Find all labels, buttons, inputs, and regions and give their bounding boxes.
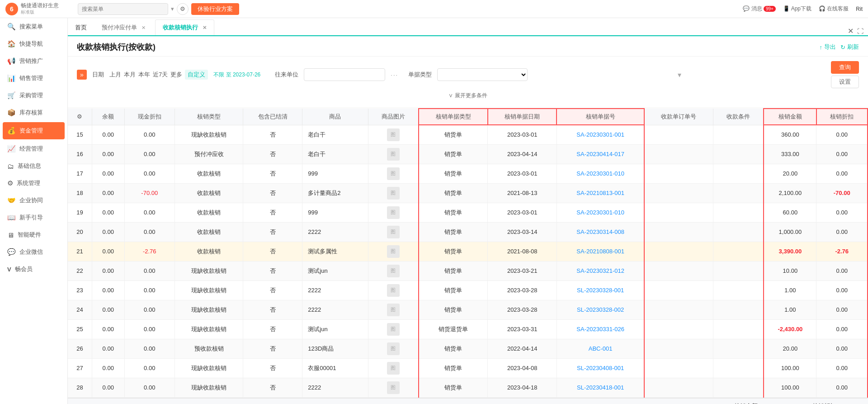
- table-row: 190.000.00收款核销否999图销货单2023-03-01SA-20230…: [68, 203, 868, 222]
- sidebar-item-basic-info[interactable]: 🗂 基础信息: [0, 157, 67, 175]
- date-this-year[interactable]: 本年: [138, 71, 150, 79]
- sidebar-item-finance[interactable]: 💰 资金管理: [3, 122, 65, 139]
- cell-receipt-order-no: [644, 242, 713, 261]
- cell-writeoff-amount: 100.00: [764, 378, 816, 397]
- cell-product: 多计量商品2: [302, 183, 368, 203]
- expand-more-button[interactable]: ∨ 展开更多条件: [77, 90, 859, 101]
- tab-prepay-close-icon[interactable]: ✕: [142, 25, 146, 31]
- cell-writeoff-amount: 20.00: [764, 164, 816, 183]
- cell-writeoff-bill-no: SL-20230418-001: [557, 378, 644, 397]
- sidebar-item-sales[interactable]: 📊 销售管理: [0, 70, 67, 87]
- settings-icon[interactable]: ⚙: [177, 3, 189, 15]
- sidebar-item-vip[interactable]: V 畅会员: [0, 261, 67, 278]
- sidebar-item-search[interactable]: 🔍 搜索菜单: [0, 18, 67, 35]
- cell-receipt-condition: [713, 319, 764, 339]
- cell-no: 20: [68, 222, 92, 242]
- cell-writeoff-discount: 0.00: [816, 300, 868, 319]
- writeoff-bill-no-link[interactable]: ABC-001: [589, 345, 613, 352]
- cell-writeoff-discount: 0.00: [816, 319, 868, 339]
- date-last-month[interactable]: 上月: [109, 71, 121, 79]
- table-row: 210.00-2.76收款核销否测试多属性图销货单2021-08-08SA-20…: [68, 242, 868, 261]
- writeoff-bill-no-link[interactable]: SA-20210813-001: [576, 190, 624, 196]
- sidebar-item-collaboration[interactable]: 🤝 企业协同: [0, 192, 67, 209]
- online-service-link[interactable]: 🎧 在线客服: [819, 5, 849, 13]
- app-download-link[interactable]: 📱 App下载: [783, 5, 811, 13]
- query-button[interactable]: 查询: [831, 61, 859, 74]
- tab-writeoff-close-icon[interactable]: ✕: [203, 25, 207, 31]
- industry-solution-button[interactable]: 休验行业方案: [191, 3, 239, 15]
- logo-text: 畅捷通谱好生意: [21, 2, 59, 10]
- dropdown-arrow-icon[interactable]: ▾: [171, 5, 174, 12]
- cell-product: 2222: [302, 300, 368, 319]
- cell-writeoff-date: 2023-03-31: [488, 319, 557, 339]
- sidebar-item-wechat[interactable]: 💬 企业微信: [0, 243, 67, 261]
- tab-prepay[interactable]: 预付冲应付单 ✕: [94, 19, 153, 35]
- writeoff-bill-no-link[interactable]: SL-20230408-001: [577, 365, 624, 371]
- cell-writeoff-type: 现缺收款核销: [175, 125, 243, 144]
- writeoff-bill-no-link[interactable]: SA-20230314-008: [576, 228, 624, 235]
- cell-writeoff-bill-no: SA-20230301-010: [557, 164, 644, 183]
- col-writeoff-discount-header: 核销折扣: [816, 109, 868, 125]
- sidebar-item-marketing[interactable]: 📢 营销推广: [0, 52, 67, 70]
- filter-row: » 日期 上月 本月 本年 近7天 更多 自定义 不限 至 2023-07-26…: [77, 61, 859, 88]
- sidebar-item-hardware[interactable]: 🖥 智能硬件: [0, 226, 67, 243]
- writeoff-bill-no-link[interactable]: SA-20230301-010: [576, 170, 624, 177]
- cell-include-closed: 否: [243, 203, 302, 222]
- hardware-icon: 🖥: [7, 231, 14, 239]
- col-settings-header[interactable]: ⚙: [68, 109, 92, 125]
- expand-filter-button[interactable]: »: [77, 70, 87, 80]
- writeoff-bill-no-link[interactable]: SA-20230301-010: [576, 209, 624, 216]
- col-product-img-header: 商品图片: [368, 109, 419, 125]
- purchase-icon: 🛒: [7, 91, 16, 100]
- message-icon[interactable]: 💬 消息 99+: [743, 5, 776, 13]
- cell-writeoff-type: 收款核销: [175, 164, 243, 183]
- writeoff-bill-no-link[interactable]: SA-20230301-001: [576, 131, 624, 138]
- cell-product: 老白干: [302, 144, 368, 164]
- window-close-icon[interactable]: ✕: [848, 27, 854, 35]
- col-product-header: 商品: [302, 109, 368, 125]
- sidebar-item-inventory[interactable]: 📦 库存核算: [0, 104, 67, 121]
- cell-receipt-order-no: [644, 144, 713, 164]
- user-name[interactable]: Rit: [856, 6, 863, 12]
- writeoff-bill-no-link[interactable]: SL-20230328-001: [577, 287, 624, 294]
- cell-writeoff-type: 现缺收款核销: [175, 319, 243, 339]
- cell-writeoff-discount: 0.00: [816, 222, 868, 242]
- cell-writeoff-bill-no: SA-20230301-001: [557, 125, 644, 144]
- search-input[interactable]: [78, 3, 168, 15]
- tab-home[interactable]: 首页: [68, 20, 94, 35]
- writeoff-bill-no-link[interactable]: SL-20230328-002: [577, 306, 624, 313]
- collaboration-icon: 🤝: [7, 196, 16, 204]
- window-maximize-icon[interactable]: ⛶: [857, 28, 863, 35]
- refresh-button[interactable]: ↻ 刷新: [840, 43, 859, 51]
- tab-writeoff[interactable]: 收款核销执行 ✕: [155, 19, 214, 35]
- cell-balance: 0.00: [92, 144, 124, 164]
- writeoff-bill-no-link[interactable]: SL-20230418-001: [577, 384, 624, 391]
- sidebar-item-purchase[interactable]: 🛒 采购管理: [0, 87, 67, 104]
- col-include-closed-header: 包含已结清: [243, 109, 302, 125]
- from-unit-input[interactable]: [304, 68, 385, 81]
- sidebar-item-quick-nav[interactable]: 🏠 快捷导航: [0, 35, 67, 52]
- date-more[interactable]: 更多: [170, 71, 182, 79]
- cell-product: 老白干: [302, 125, 368, 144]
- sidebar-item-operations[interactable]: 📈 经营管理: [0, 140, 67, 157]
- cell-product-img: 图: [368, 164, 419, 183]
- cell-cash-discount: 0.00: [124, 280, 175, 300]
- settings-button[interactable]: 设置: [831, 76, 859, 88]
- writeoff-bill-no-link[interactable]: SA-20210808-001: [576, 248, 624, 255]
- sidebar-item-guide[interactable]: 📖 新手引导: [0, 209, 67, 226]
- cell-writeoff-date: 2023-03-01: [488, 125, 557, 144]
- writeoff-bill-no-link[interactable]: SA-20230414-017: [576, 151, 624, 157]
- sidebar-item-system[interactable]: ⚙ 系统管理: [0, 175, 67, 192]
- date-custom[interactable]: 自定义: [185, 70, 208, 80]
- date-7-days[interactable]: 近7天: [153, 71, 168, 79]
- single-type-select[interactable]: [437, 68, 528, 81]
- date-this-month[interactable]: 本月: [124, 71, 136, 79]
- export-button[interactable]: ↑ 导出: [820, 43, 836, 51]
- writeoff-bill-no-link[interactable]: SA-20230331-026: [576, 326, 624, 333]
- table-footer: 核销金额: 40,556,66... 核销折扣: 952.24: [68, 398, 868, 404]
- cell-writeoff-type: 现缺收款核销: [175, 358, 243, 378]
- cell-writeoff-amount: 1.00: [764, 300, 816, 319]
- cell-writeoff-amount: 1,000.00: [764, 222, 816, 242]
- cell-writeoff-date: 2023-03-28: [488, 300, 557, 319]
- writeoff-bill-no-link[interactable]: SA-20230321-012: [576, 267, 624, 274]
